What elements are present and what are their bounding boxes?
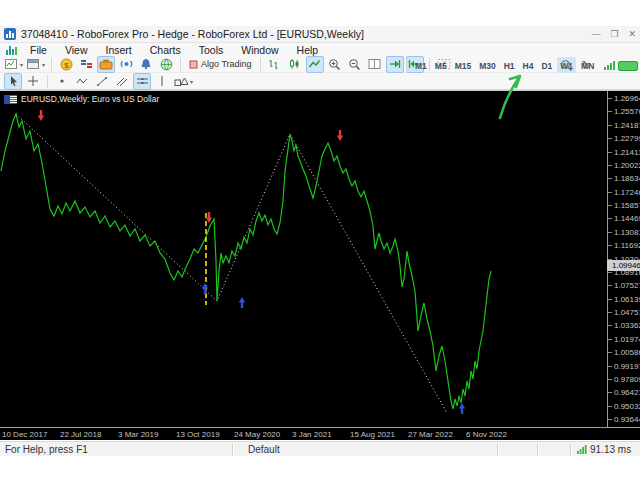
zoom-in-button[interactable] <box>326 56 344 73</box>
crosshair-button[interactable] <box>24 73 42 90</box>
timeframe-m1-button[interactable]: M1 <box>412 57 430 74</box>
tile-windows-icon <box>368 58 381 70</box>
chart-area[interactable]: EURUSD,Weekly: Euro vs US Dollar 1.26964… <box>0 90 640 440</box>
price-tick-label: 1.07527 <box>608 281 640 290</box>
profiles-button[interactable]: ▾ <box>26 56 46 73</box>
status-connection[interactable]: 91.13 ms <box>577 444 631 455</box>
depth-of-market-button[interactable] <box>77 56 95 73</box>
time-axis[interactable]: 10 Dec 2017 22 Jul 2018 3 Mar 2019 13 Oc… <box>0 428 607 441</box>
vertical-line-tool-button[interactable] <box>153 73 171 90</box>
time-tick-label: 27 Mar 2022 <box>408 430 453 439</box>
app-logo-icon <box>4 28 16 40</box>
price-tick-label: 1.25576 <box>608 107 640 116</box>
algo-trading-label: Algo Trading <box>201 59 252 69</box>
latency-value: 91.13 ms <box>590 444 631 455</box>
timeframe-h4-button[interactable]: H4 <box>520 57 537 74</box>
status-separator <box>537 444 538 455</box>
svg-text:$: $ <box>64 60 69 69</box>
menu-insert[interactable]: Insert <box>97 44 141 56</box>
status-help-text: For Help, press F1 <box>5 444 88 455</box>
cursor-button[interactable] <box>4 73 22 90</box>
line-studies-toolbar: ▾ <box>0 73 640 90</box>
status-profile[interactable]: Default <box>248 444 280 455</box>
menu-window[interactable]: Window <box>232 44 287 56</box>
time-tick-label: 6 Nov 2022 <box>466 430 507 439</box>
toolbox-button[interactable] <box>97 56 115 73</box>
depth-of-market-icon <box>80 58 93 70</box>
bell-icon <box>140 58 152 70</box>
timeframe-h1-button[interactable]: H1 <box>501 57 518 74</box>
timeframe-m15-button[interactable]: M15 <box>452 57 475 74</box>
new-order-button[interactable]: $ <box>57 56 75 73</box>
refresh-button[interactable]: ↻ <box>577 57 595 74</box>
community-button[interactable] <box>157 56 175 73</box>
zigzag-line-icon <box>76 76 89 86</box>
sell-arrow-marker <box>38 110 44 121</box>
horizontal-levels-button[interactable] <box>133 73 151 90</box>
shapes-tool-button[interactable]: ▾ <box>173 73 194 90</box>
new-chart-button[interactable]: ▾ <box>4 56 24 73</box>
restore-button[interactable]: ❐ <box>610 29 618 39</box>
auto-scroll-icon <box>388 58 401 70</box>
zoom-out-icon <box>348 58 361 71</box>
symbol-title-text: EURUSD,Weekly: Euro vs US Dollar <box>21 94 159 104</box>
time-tick-label: 13 Oct 2019 <box>176 430 220 439</box>
algo-trading-stop-icon <box>189 60 198 69</box>
chart-window-icon <box>5 45 17 55</box>
timeframe-d1-button[interactable]: D1 <box>538 57 555 74</box>
sell-arrow-marker <box>337 130 343 141</box>
horizontal-levels-icon <box>136 76 149 86</box>
candlestick-chart-button[interactable] <box>286 56 304 73</box>
toolbox-icon <box>99 58 113 70</box>
menu-file[interactable]: File <box>21 44 56 56</box>
price-tick-label: 1.24187 <box>608 121 640 130</box>
price-tick-label: 1.14469 <box>608 214 640 223</box>
price-tick-label: 1.01974 <box>608 335 640 344</box>
alerts-button[interactable] <box>137 56 155 73</box>
menu-charts[interactable]: Charts <box>141 44 190 56</box>
buy-arrow-marker <box>459 403 465 414</box>
menu-view[interactable]: View <box>56 44 97 56</box>
channel-tool-button[interactable] <box>113 73 131 90</box>
bar-chart-button[interactable] <box>266 56 284 73</box>
close-button[interactable]: ✕ <box>628 29 636 39</box>
zigzag-tool-button[interactable] <box>73 73 91 90</box>
toolbar-separator <box>51 58 52 71</box>
signals-icon <box>119 58 134 70</box>
search-button[interactable] <box>557 57 575 74</box>
toolbar-separator <box>47 75 48 88</box>
price-tick-label: 1.15857 <box>608 201 640 210</box>
chevron-down-icon: ▾ <box>190 78 193 85</box>
price-axis[interactable]: 1.26964 1.25576 1.24187 1.22799 1.21411 … <box>608 91 640 427</box>
profiles-icon <box>27 58 41 70</box>
timeframe-m30-button[interactable]: M30 <box>476 57 499 74</box>
new-chart-icon <box>5 58 19 70</box>
timeframe-m5-button[interactable]: M5 <box>432 57 450 74</box>
globe-icon <box>160 58 173 71</box>
trendline-tool-button[interactable] <box>93 73 111 90</box>
toolbar-right-group: ↻ <box>556 57 638 74</box>
algo-trading-button[interactable]: Algo Trading <box>186 56 255 73</box>
menu-tools[interactable]: Tools <box>190 44 233 56</box>
menu-help[interactable]: Help <box>288 44 328 56</box>
connection-status-indicator <box>618 61 638 71</box>
time-tick-label: 10 Dec 2017 <box>2 430 47 439</box>
price-tick-label: 1.18634 <box>608 174 640 183</box>
price-tick-label: 1.00586 <box>608 348 640 357</box>
point-icon <box>57 76 67 86</box>
zoom-out-button[interactable] <box>346 56 364 73</box>
price-chart-plot[interactable] <box>0 91 607 427</box>
signals-button[interactable] <box>117 56 135 73</box>
line-chart-button[interactable] <box>306 56 324 73</box>
refresh-icon: ↻ <box>581 59 590 72</box>
line-chart-icon <box>308 58 321 70</box>
price-tick-label: 1.04751 <box>608 308 640 317</box>
minimize-button[interactable]: — <box>591 29 600 39</box>
auto-scroll-button[interactable] <box>386 56 404 73</box>
title-bar: 37048410 - RoboForex Pro - Hedge - RoboF… <box>0 26 640 43</box>
tile-windows-button[interactable] <box>366 56 384 73</box>
crosshair-icon <box>27 75 39 87</box>
point-tool-button[interactable] <box>53 73 71 90</box>
toolbar-separator <box>260 58 261 71</box>
chart-symbol-label: EURUSD,Weekly: Euro vs US Dollar <box>4 94 159 104</box>
